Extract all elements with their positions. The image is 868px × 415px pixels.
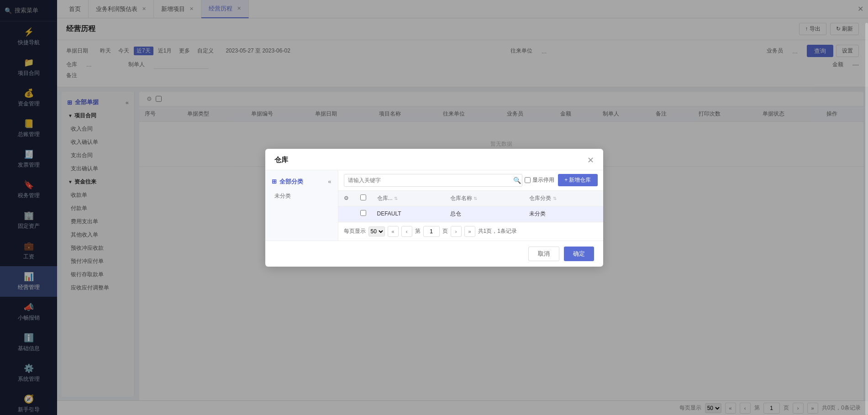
- show-disabled-checkbox[interactable]: [525, 177, 531, 183]
- dialog-title: 仓库: [274, 156, 288, 164]
- per-page-select-dialog[interactable]: 50: [368, 226, 385, 236]
- grid-icon-dialog: ⊞: [272, 178, 277, 185]
- dialog-uncategorized[interactable]: 未分类: [265, 189, 338, 203]
- warehouse-dialog: 仓库 ✕ ⊞ 全部分类 « 未分类 🔍: [265, 149, 603, 267]
- row-name: 总仓: [445, 206, 524, 221]
- dialog-footer: 取消 确定: [265, 241, 603, 267]
- dialog-all-categories[interactable]: ⊞ 全部分类 «: [265, 174, 338, 189]
- table-row[interactable]: DEFAULT 总仓 未分类: [338, 206, 603, 221]
- search-icon-btn[interactable]: 🔍: [513, 177, 521, 184]
- dialog-first-page[interactable]: «: [388, 226, 399, 237]
- row-checkbox[interactable]: [360, 210, 366, 216]
- table-select-all[interactable]: [360, 194, 366, 200]
- collapse-left-icon[interactable]: «: [328, 178, 331, 185]
- dialog-pagination: 每页显示 50 « ‹ 第 页 › » 共1页，1条记录: [338, 222, 603, 241]
- dialog-right-panel: 🔍 显示停用 + 新增仓库 ⚙: [338, 170, 603, 241]
- dialog-next-page[interactable]: ›: [451, 226, 462, 237]
- col-warehouse-name: 仓库名称 ⇅: [445, 191, 524, 206]
- per-page-label-dialog: 每页显示: [344, 227, 366, 235]
- dialog-total-label: 共1页，1条记录: [478, 227, 517, 235]
- sort-icon-category[interactable]: ⇅: [553, 196, 557, 201]
- warehouse-search-input[interactable]: [344, 174, 523, 187]
- sort-icon-name[interactable]: ⇅: [473, 196, 477, 201]
- add-warehouse-button[interactable]: + 新增仓库: [558, 174, 597, 186]
- col-checkbox: [355, 191, 372, 206]
- cancel-button[interactable]: 取消: [528, 247, 559, 261]
- col-gear: ⚙: [338, 191, 355, 206]
- dialog-prev-page[interactable]: ‹: [401, 226, 412, 237]
- show-disabled-label[interactable]: 显示停用: [525, 176, 554, 184]
- col-warehouse-category: 仓库分类 ⇅: [524, 191, 603, 206]
- dialog-last-page[interactable]: »: [464, 226, 475, 237]
- row-gear-cell: [338, 206, 355, 221]
- row-category: 未分类: [524, 206, 603, 221]
- dialog-page-input[interactable]: [423, 226, 440, 237]
- gear-icon-table[interactable]: ⚙: [344, 195, 349, 201]
- col-warehouse-code: 仓库... ⇅: [372, 191, 445, 206]
- dialog-page-prefix: 第: [415, 227, 421, 235]
- sort-icon-code[interactable]: ⇅: [394, 196, 398, 201]
- dialog-table-wrap: ⚙ 仓库... ⇅ 仓库名称: [338, 191, 603, 222]
- row-checkbox-cell: [355, 206, 372, 221]
- dialog-header: 仓库 ✕: [265, 149, 603, 170]
- show-disabled-text: 显示停用: [532, 176, 554, 184]
- dialog-toolbar: 🔍 显示停用 + 新增仓库: [338, 170, 603, 191]
- dialog-page-label: 页: [442, 227, 448, 235]
- confirm-button[interactable]: 确定: [564, 247, 594, 261]
- dialog-table: ⚙ 仓库... ⇅ 仓库名称: [338, 191, 603, 222]
- dialog-left-panel: ⊞ 全部分类 « 未分类: [265, 170, 338, 241]
- all-categories-label: 全部分类: [279, 178, 303, 186]
- dialog-close-button[interactable]: ✕: [587, 155, 594, 165]
- dialog-overlay: 仓库 ✕ ⊞ 全部分类 « 未分类 🔍: [0, 0, 868, 415]
- dialog-body: ⊞ 全部分类 « 未分类 🔍 显示停用 + 新增仓库: [265, 170, 603, 241]
- row-code: DEFAULT: [372, 206, 445, 221]
